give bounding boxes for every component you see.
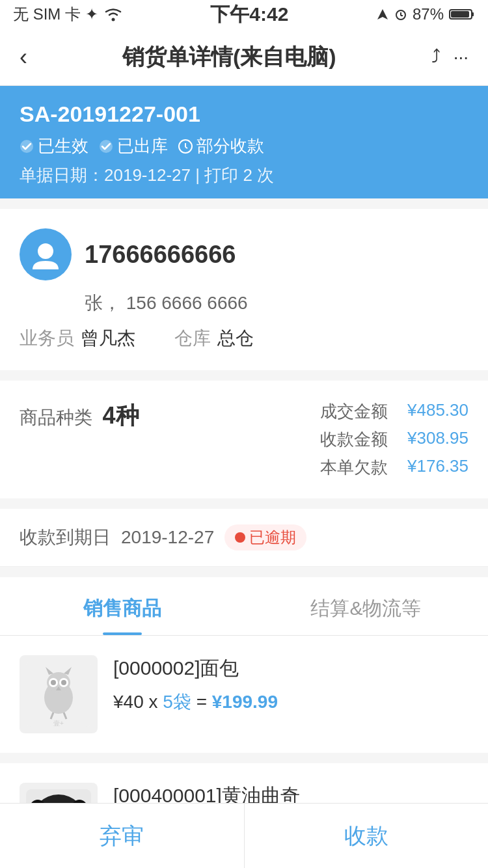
tab-sales-goods[interactable]: 销售商品 [0,577,244,635]
bottom-bar: 弃审 收款 [0,803,488,868]
debt-label: 本单欠款 [320,456,388,479]
check-circle-icon [20,139,34,154]
no-sim-text: 无 SIM 卡 ✦ [13,4,98,25]
product-unit-price-1: ¥40 [113,692,144,712]
banner-date: 单据日期：2019-12-27 | 打印 2 次 [20,164,468,187]
status-partial-label: 部分收款 [197,135,264,157]
nav-actions: ⤴ ··· [431,47,468,68]
svg-rect-7 [451,11,469,18]
product-qty-1: 5袋 [163,692,191,712]
status-bar: 无 SIM 卡 ✦ 下午4:42 87% [0,0,488,29]
location-icon [376,8,389,21]
cancel-review-button[interactable]: 弃审 [0,804,245,868]
warehouse-item: 仓库 总仓 [174,326,254,351]
status-time: 下午4:42 [210,1,288,28]
share-button[interactable]: ⤴ [431,47,441,68]
deal-amount-label: 成交金额 [320,400,388,423]
wifi-icon [103,7,123,21]
svg-point-22 [61,680,66,685]
debt-value: ¥176.35 [407,456,468,479]
salesperson-item: 业务员 曾凡杰 [20,326,135,351]
svg-marker-1 [377,9,388,20]
received-label: 收款金额 [320,428,388,451]
svg-point-21 [51,680,56,685]
status-left: 无 SIM 卡 ✦ [13,4,123,25]
product-total-1: ¥199.99 [212,692,278,712]
overdue-dot-icon [235,532,245,543]
tab-settlement[interactable]: 结算&物流等 [244,577,488,635]
due-date-card: 收款到期日 2019-12-27 已逾期 [0,509,488,567]
due-date-value: 2019-12-27 [121,527,214,548]
alarm-icon [394,8,407,21]
deal-amount-row: 成交金额 ¥485.30 [320,400,468,423]
product-price-1: ¥40 x 5袋 = ¥199.99 [113,690,468,714]
goods-type-value: 4种 [103,402,139,429]
status-right: 87% [376,5,475,23]
salesperson-value: 曾凡杰 [81,326,135,351]
customer-account-id: 17666666666 [85,241,236,269]
goods-type-label: 商品种类 [20,407,92,427]
back-button[interactable]: ‹ [20,44,27,71]
owl-placeholder-icon: 壹+ [26,662,91,727]
tab-bar: 销售商品 结算&物流等 [0,577,488,636]
customer-meta: 业务员 曾凡杰 仓库 总仓 [20,326,468,351]
collect-payment-button[interactable]: 收款 [245,804,489,868]
received-row: 收款金额 ¥308.95 [320,428,468,451]
stats-card: 商品种类 4种 成交金额 ¥485.30 收款金额 ¥308.95 本单欠款 ¥… [0,381,488,498]
received-value: ¥308.95 [407,428,468,451]
overdue-badge: 已逾期 [224,524,306,550]
svg-text:壹+: 壹+ [53,720,64,727]
order-id: SA-20191227-001 [20,102,468,127]
deal-amount-value: ¥485.30 [407,400,468,423]
customer-phone: 张， 156 6666 6666 [20,291,468,316]
product-thumbnail-1: 壹+ [20,655,98,733]
status-partial: 部分收款 [178,135,264,157]
nav-bar: ‹ 销货单详情(来自电脑) ⤴ ··· [0,29,488,86]
page-title: 销货单详情(来自电脑) [122,42,336,72]
product-info-1: [0000002]面包 ¥40 x 5袋 = ¥199.99 [113,655,468,714]
status-shipped: 已出库 [99,135,168,157]
warehouse-value: 总仓 [217,326,254,351]
goods-type-row: 商品种类 4种 [20,400,139,432]
more-button[interactable]: ··· [454,47,468,68]
battery-icon [449,8,475,21]
battery-text: 87% [413,5,444,23]
svg-line-12 [185,147,187,148]
status-effected: 已生效 [20,135,88,157]
status-shipped-label: 已出库 [117,135,168,157]
avatar [20,228,72,280]
status-effected-label: 已生效 [38,135,88,157]
warehouse-label: 仓库 [174,326,211,351]
customer-card: 17666666666 张， 156 6666 6666 业务员 曾凡杰 仓库 … [0,209,488,370]
banner-status: 已生效 已出库 部分收款 [20,135,468,157]
stats-right: 成交金额 ¥485.30 收款金额 ¥308.95 本单欠款 ¥176.35 [320,400,468,479]
svg-point-0 [111,18,115,21]
check-circle2-icon [99,139,113,154]
debt-row: 本单欠款 ¥176.35 [320,456,468,479]
overdue-label: 已逾期 [249,527,296,548]
user-avatar-icon [29,238,62,271]
customer-header: 17666666666 [20,228,468,280]
header-banner: SA-20191227-001 已生效 已出库 部分收款 单据日期：2019- [0,86,488,198]
product-item: 壹+ [0000002]面包 ¥40 x 5袋 = ¥199.99 [0,636,488,753]
stats-left: 商品种类 4种 [20,400,139,479]
product-name-1: [0000002]面包 [113,655,468,682]
svg-rect-6 [472,12,474,16]
svg-point-13 [38,243,53,259]
due-date-label: 收款到期日 [20,525,111,550]
salesperson-label: 业务员 [20,326,74,351]
clock-icon [178,139,193,154]
